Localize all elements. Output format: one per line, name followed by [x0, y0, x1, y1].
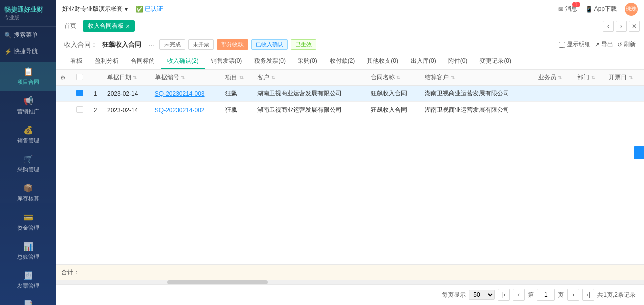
tab-profit[interactable]: 盈利分析	[89, 54, 125, 69]
page-input[interactable]: 1	[537, 289, 555, 301]
scrollbar-thumb[interactable]	[167, 280, 268, 284]
tab-payment[interactable]: 收付款(2)	[324, 54, 361, 69]
row-number: 1	[87, 86, 103, 102]
project-col-header[interactable]: 项目 ⇅	[221, 70, 253, 86]
message-badge: 1	[572, 2, 580, 7]
order-no-col-header[interactable]: 单据编号 ⇅	[151, 70, 222, 86]
sort-icon: ⇅	[133, 75, 137, 80]
customer-col-header[interactable]: 客户 ⇅	[253, 70, 366, 86]
page-suffix: 页	[558, 291, 564, 299]
per-page-select[interactable]: 50 100 200	[469, 290, 495, 300]
sidebar-item-label: 总账管理	[17, 253, 39, 261]
status-tag-uninvoiced[interactable]: 未开票	[188, 39, 214, 50]
row-order-no[interactable]: SQ-20230214-003	[151, 86, 222, 102]
table-scroll[interactable]: ⚙ 单据日期 ⇅ 单据编号	[56, 70, 644, 264]
user-avatar[interactable]: 珠珠	[625, 3, 638, 16]
tab-storage[interactable]: 出入库(0)	[405, 54, 442, 69]
last-page-button[interactable]: ›|	[582, 289, 594, 301]
gear-icon[interactable]: ⚙	[60, 74, 66, 81]
quick-nav-button[interactable]: ⚡ 快捷导航	[0, 43, 56, 60]
sidebar-item-capital[interactable]: 💳 资金管理	[0, 208, 56, 237]
sidebar-item-project[interactable]: 📋 项目合同	[0, 62, 56, 91]
close-tab-button[interactable]: ×	[126, 22, 130, 30]
tab-tax-invoice[interactable]: 税务发票(0)	[248, 54, 292, 69]
salesperson-col-label: 业务员	[538, 74, 556, 81]
prev-page-button[interactable]: ‹	[513, 289, 525, 301]
detail-checkbox[interactable]	[559, 42, 565, 48]
row-order-no[interactable]: SQ-20230214-002	[151, 102, 222, 118]
company-name: 好业财专业版演示帐套	[62, 5, 123, 13]
search-menu-button[interactable]: 🔍 搜索菜单	[0, 27, 56, 43]
tab-kanban[interactable]: 看板	[64, 54, 89, 69]
more-icon[interactable]: ···	[148, 41, 154, 49]
next-page-button[interactable]: ›	[567, 289, 579, 301]
export-button[interactable]: ↗ 导出	[595, 40, 613, 49]
row-invoice-date	[605, 102, 644, 118]
billing-customer-col-header[interactable]: 结算客户 ⇅	[421, 70, 534, 86]
tab-prev-button[interactable]: ‹	[603, 21, 614, 32]
row-project: 狂飙	[221, 102, 253, 118]
export-icon: ↗	[595, 41, 600, 48]
sidebar-item-sales[interactable]: 💰 销售管理	[0, 120, 56, 149]
phone-icon: 📱	[585, 6, 593, 13]
sidebar-item-label: 采购管理	[17, 166, 39, 173]
row-checkbox[interactable]	[72, 86, 87, 102]
row-customer: 湖南卫视商业运营发展有限公司	[253, 86, 366, 102]
status-tags: 未完成 未开票 部分收款 已收入确认 已生效	[159, 39, 316, 50]
row-contract: 狂飙收入合同	[367, 86, 421, 102]
table-row[interactable]: 2 2023-02-14 SQ-20230214-002 狂飙 湖南卫视商业运营…	[56, 102, 644, 118]
pagination: 每页显示 50 100 200 |‹ ‹ 第 1 页 › ›| 共1页,2条记录	[56, 284, 644, 305]
sidebar-item-inventory[interactable]: 📦 库存核算	[0, 178, 56, 208]
tab-purchase[interactable]: 采购(0)	[292, 54, 324, 69]
status-tag-confirmed[interactable]: 已收入确认	[251, 39, 288, 50]
date-col-header[interactable]: 单据日期 ⇅	[103, 70, 151, 86]
data-table: ⚙ 单据日期 ⇅ 单据编号	[56, 70, 644, 118]
tab-change-log[interactable]: 变更记录(0)	[473, 54, 517, 69]
first-page-button[interactable]: |‹	[498, 289, 510, 301]
show-detail-button[interactable]: 显示明细	[559, 40, 591, 49]
tab-sales-invoice[interactable]: 销售发票(0)	[205, 54, 249, 69]
dept-col-header[interactable]: 部门 ⇅	[573, 70, 605, 86]
tab-revenue-confirm[interactable]: 收入确认(2)	[161, 54, 205, 69]
company-selector[interactable]: 好业财专业版演示帐套 ▾	[62, 5, 128, 13]
tab-close-all-button[interactable]: ✕	[629, 21, 640, 32]
sidebar-item-purchase[interactable]: 🛒 采购管理	[0, 149, 56, 178]
sidebar-item-label: 项目合同	[17, 78, 39, 86]
select-all-checkbox[interactable]	[76, 74, 83, 80]
order-no-col-label: 单据编号	[155, 74, 179, 81]
app-download-button[interactable]: 📱 App下载	[585, 5, 617, 13]
message-button[interactable]: ✉ 1 消息	[558, 5, 577, 13]
tab-contract-subject[interactable]: 合同标的	[125, 54, 161, 69]
horizontal-scrollbar[interactable]	[56, 280, 644, 284]
refresh-button[interactable]: ↺ 刷新	[617, 40, 636, 49]
active-tab[interactable]: 收入合同看板 ×	[83, 20, 135, 32]
quick-nav-label: 快捷导航	[14, 47, 38, 56]
sidebar-item-invoice[interactable]: 🧾 发票管理	[0, 266, 56, 295]
row-checkbox[interactable]	[72, 102, 87, 118]
sidebar-item-label: 库存核算	[17, 195, 39, 202]
tab-next-button[interactable]: ›	[616, 21, 627, 32]
sidebar-item-tax[interactable]: 📑 税务管理	[0, 295, 56, 305]
status-tag-incomplete[interactable]: 未完成	[159, 39, 185, 50]
table-row[interactable]: 1 2023-02-14 SQ-20230214-003 狂飙 湖南卫视商业运营…	[56, 86, 644, 102]
invoice-date-col-header[interactable]: 开票日 ⇅	[605, 70, 644, 86]
check-icon: ✅	[136, 6, 143, 13]
checkbox-col-header[interactable]	[72, 70, 87, 86]
side-action-button[interactable]: ≡	[634, 146, 644, 159]
sidebar-item-marketing[interactable]: 📢 营销推广	[0, 91, 56, 120]
home-tab[interactable]: 首页	[60, 22, 80, 30]
sort-icon: ⇅	[239, 75, 244, 80]
page-label: 第	[528, 291, 534, 299]
sidebar-item-general[interactable]: 📊 总账管理	[0, 237, 56, 266]
salesperson-col-header[interactable]: 业务员 ⇅	[534, 70, 574, 86]
tab-other-income[interactable]: 其他收支(0)	[361, 54, 405, 69]
main-area: 好业财专业版演示帐套 ▾ ✅ 已认证 ✉ 1 消息 📱 App下载 珠珠 首页	[56, 0, 644, 305]
tab-attachment[interactable]: 附件(0)	[442, 54, 474, 69]
dept-col-label: 部门	[577, 74, 589, 81]
status-tag-effective[interactable]: 已生效	[291, 39, 316, 50]
chevron-down-icon: ▾	[125, 6, 128, 13]
export-label: 导出	[601, 40, 613, 49]
contract-col-header[interactable]: 合同名称 ⇅	[367, 70, 421, 86]
status-tag-partial[interactable]: 部分收款	[217, 39, 248, 50]
settings-col-header[interactable]: ⚙	[56, 70, 72, 86]
